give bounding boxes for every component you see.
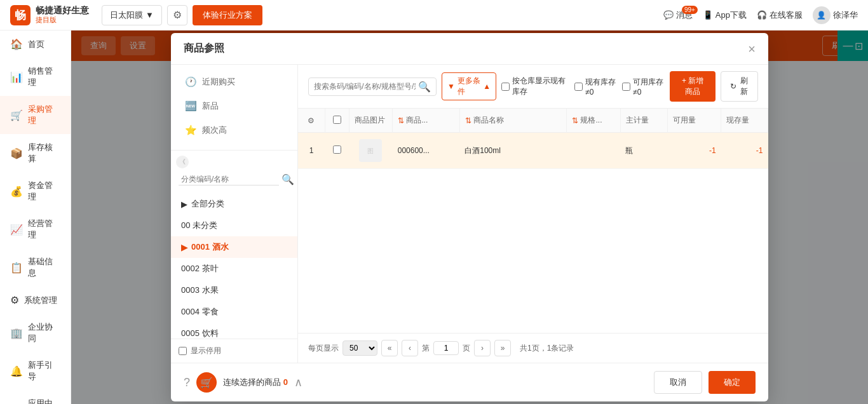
sidebar-item-operations[interactable]: 📈 经营管理 [0, 210, 71, 248]
category-item-all[interactable]: ▶ 全部分类 [171, 193, 297, 215]
sidebar-item-app-center[interactable]: 📱 应用中心 [0, 390, 71, 404]
collapse-footer-button[interactable]: ∧ [294, 375, 302, 389]
row-num: 1 [298, 133, 325, 169]
sidebar-label-enterprise: 企业协同 [28, 321, 60, 344]
table-row[interactable]: 1 图 [298, 133, 768, 169]
selected-count: 0 [283, 377, 288, 387]
sidebar-label-app-center: 应用中心 [28, 398, 60, 404]
select-all-checkbox[interactable] [333, 116, 341, 124]
th-check [325, 109, 349, 133]
row-code: 000600... [393, 133, 459, 169]
th-gear: ⚙ [298, 109, 325, 133]
checkbox-stock-ne0-text: 现有库存≠0 [585, 77, 617, 97]
category-search-input[interactable] [179, 173, 279, 185]
table-header-row: ⚙ 商品图片 [298, 109, 768, 133]
cart-icon: 🛒 [200, 377, 213, 389]
message-icon: 💬 [663, 10, 674, 20]
system-icon: ⚙ [10, 294, 19, 306]
new-products-tab[interactable]: 🆕 新品 [179, 95, 290, 117]
category-label-0001: 0001 酒水 [191, 241, 229, 253]
checkbox-avail-ne0-label[interactable]: 可用库存≠0 [622, 77, 665, 97]
product-search-input[interactable] [314, 82, 416, 91]
sidebar-item-system[interactable]: ⚙ 系统管理 [0, 286, 71, 314]
cancel-button[interactable]: 取消 [654, 371, 702, 394]
next-page-button[interactable]: › [474, 340, 491, 356]
sidebar-item-guide[interactable]: 🔔 新手引导 [0, 352, 71, 390]
category-arrow-all: ▶ [181, 199, 187, 209]
sidebar-item-sales[interactable]: 📊 销售管理 [0, 58, 71, 96]
basic-icon: 📋 [10, 262, 23, 274]
show-disabled-checkbox[interactable] [179, 347, 187, 355]
online-service-button[interactable]: 🎧 在线客服 [757, 10, 803, 21]
product-table-body: 1 图 [298, 133, 768, 169]
modal-overlay: 商品参照 × 🕐 近期购买 🆕 [71, 30, 868, 404]
gear-table-icon[interactable]: ⚙ [308, 116, 315, 125]
filter-icon: ▼ [447, 82, 455, 91]
sidebar-item-inventory[interactable]: 📦 库存核算 [0, 134, 71, 172]
product-reference-modal: 商品参照 × 🕐 近期购买 🆕 [171, 33, 768, 401]
category-label-00: 00 未分类 [181, 220, 217, 231]
frequent-tab[interactable]: ⭐ 频次高 [179, 119, 290, 141]
first-page-button[interactable]: « [381, 340, 398, 356]
logo-icon: 畅 [10, 5, 31, 25]
checkbox-stock-ne0-label[interactable]: 现有库存≠0 [574, 77, 617, 97]
modal-close-button[interactable]: × [748, 43, 756, 55]
th-name[interactable]: ⇅ 商品名称 [459, 109, 567, 133]
sidebar-item-basic[interactable]: 📋 基础信息 [0, 248, 71, 286]
recent-tab[interactable]: 🕐 近期购买 [179, 71, 290, 93]
collapse-panel-button[interactable]: 《 [176, 156, 189, 168]
sidebar-label-system: 系统管理 [24, 295, 57, 306]
category-item-00[interactable]: 00 未分类 [171, 215, 297, 236]
checkbox-avail-ne0[interactable] [622, 83, 630, 91]
cart-button[interactable]: 🛒 [196, 372, 217, 393]
search-icon: 🔍 [418, 81, 431, 93]
gear-button[interactable]: ⚙ [167, 5, 187, 25]
row-avail: -1 [667, 133, 721, 169]
logo-sub: 捷目版 [36, 15, 89, 25]
add-product-button[interactable]: + 新增商品 [670, 71, 715, 102]
category-item-0003[interactable]: 0003 水果 [171, 279, 297, 301]
sidebar-item-purchase[interactable]: 🛒 采购管理 [0, 96, 71, 134]
app-download-button[interactable]: 📱 App下载 [703, 10, 747, 21]
refresh-button[interactable]: ↻ 刷新 [721, 71, 758, 102]
location-dropdown[interactable]: 日太阳膜 ▼ [102, 5, 162, 25]
confirm-button[interactable]: 确定 [709, 371, 756, 394]
gear-icon: ⚙ [173, 9, 182, 21]
row-checkbox[interactable] [333, 145, 341, 154]
user-menu[interactable]: 👤 徐泽华 [813, 6, 858, 24]
operations-icon: 📈 [10, 224, 23, 236]
sidebar-item-finance[interactable]: 💰 资金管理 [0, 172, 71, 210]
th-unit: 主计量 [620, 109, 667, 133]
sidebar-item-enterprise[interactable]: 🏢 企业协同 [0, 314, 71, 352]
messages-button[interactable]: 💬 消息 99+ [663, 10, 693, 21]
category-item-0004[interactable]: 0004 零食 [171, 301, 297, 323]
nav-right: 💬 消息 99+ 📱 App下载 🎧 在线客服 👤 徐泽华 [663, 6, 858, 24]
sidebar: 🏠 首页 📊 销售管理 🛒 采购管理 📦 库存核算 💰 资金管理 📈 经营管理 … [0, 30, 71, 404]
selected-label: 连续选择的商品 0 [223, 377, 288, 388]
trial-button[interactable]: 体验行业方案 [193, 5, 262, 25]
sales-icon: 📊 [10, 71, 23, 83]
checkbox-warehouse[interactable] [501, 83, 510, 91]
product-thumbnail: 图 [359, 139, 382, 162]
category-item-0001[interactable]: ▶ 0001 酒水 [171, 236, 297, 258]
th-code[interactable]: ⇅ 商品... [393, 109, 459, 133]
prev-page-button[interactable]: ‹ [402, 340, 418, 356]
checkbox-warehouse-label[interactable]: 按仓库显示现有库存 [501, 76, 569, 97]
filter-label: 更多条件 [458, 76, 480, 97]
th-spec[interactable]: ⇅ 规格... [567, 109, 620, 133]
checkbox-stock-ne0[interactable] [574, 83, 583, 91]
category-item-0002[interactable]: 0002 茶叶 [171, 258, 297, 279]
purchase-icon: 🛒 [10, 109, 23, 121]
page-number-input[interactable] [433, 341, 459, 355]
category-item-0005[interactable]: 0005 饮料 [171, 323, 297, 339]
show-disabled-label[interactable]: 显示停用 [191, 346, 221, 356]
per-page-select[interactable]: 50 10 20 100 [342, 340, 377, 356]
help-icon[interactable]: ? [184, 376, 190, 389]
per-page-label: 每页显示 [308, 343, 339, 354]
sidebar-item-home[interactable]: 🏠 首页 [0, 30, 71, 58]
more-filter-button[interactable]: ▼ 更多条件 ▲ [442, 72, 496, 100]
th-stock: 现存量 [721, 109, 768, 133]
category-label-0003: 0003 水果 [181, 285, 219, 296]
last-page-button[interactable]: » [494, 340, 511, 356]
page-suffix: 页 [463, 343, 470, 354]
